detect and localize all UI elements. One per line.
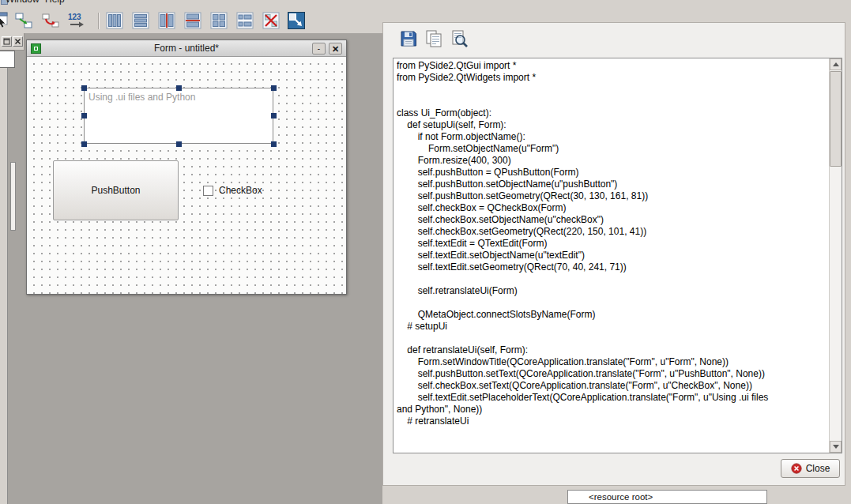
edit-tab-order-icon[interactable]: 123 [66,10,87,31]
checkbox-indicator[interactable] [203,186,213,196]
svg-text:123: 123 [68,13,81,21]
find-icon[interactable] [450,29,469,48]
lay-out-horizontally-in-splitter-icon[interactable] [156,10,177,31]
menu-window[interactable]: Window [6,0,40,5]
close-dialog-button[interactable]: Close [781,459,840,478]
widget-box-scrollbar[interactable] [10,162,16,231]
minimize-button[interactable]: - [312,43,326,55]
lay-out-vertically-icon[interactable] [130,10,151,31]
scroll-down-icon[interactable] [830,441,842,453]
break-layout-icon[interactable] [261,10,281,31]
edit-signals-slots-icon[interactable] [13,10,34,31]
lay-out-in-grid-icon[interactable] [209,10,229,31]
menubar: Window Help [0,0,851,7]
selection-handle-top-left[interactable] [81,85,87,91]
pushbutton-widget[interactable]: PushButton [53,160,179,220]
resource-browser-panel: <resource root> [567,490,767,504]
edit-widgets-icon[interactable] [0,10,11,31]
close-window-button[interactable]: ✕ [329,43,342,55]
form-window-titlebar[interactable]: Form - untitled* - ✕ [27,40,346,57]
edit-buddies-icon[interactable] [40,10,61,31]
textedit-placeholder: Using .ui files and Python [88,92,195,103]
scroll-up-icon[interactable] [830,58,842,70]
lay-out-vertically-in-splitter-icon[interactable] [183,10,203,31]
dock-float-icon[interactable] [2,36,12,47]
selection-handle-bottom-left[interactable] [81,141,87,147]
widget-box-dock-header [0,33,24,51]
selection-handle-top-center[interactable] [176,85,182,91]
checkbox-widget[interactable]: CheckBox [203,180,262,201]
selection-handle-mid-left[interactable] [81,113,87,118]
close-button-label: Close [806,463,830,474]
form-canvas[interactable]: Using .ui files and Python PushButton Ch… [27,57,346,294]
widget-box-dock-edge [0,33,8,504]
generated-python-code[interactable]: from PySide2.QtGui import * from PySide2… [397,60,826,451]
close-circle-icon [791,463,802,474]
selection-handle-mid-right[interactable] [271,113,277,118]
selection-handle-bottom-center[interactable] [176,141,182,147]
code-scrollbar[interactable] [829,58,842,453]
widget-filter-input[interactable] [0,51,15,68]
selection-handle-top-right[interactable] [271,85,277,91]
code-editor[interactable]: from PySide2.QtGui import * from PySide2… [393,58,842,453]
code-preview-dialog: from PySide2.QtGui import * from PySide2… [382,22,845,486]
adjust-size-icon[interactable] [286,10,307,31]
pushbutton-label: PushButton [91,185,140,196]
form-window-title: Form - untitled* [27,43,346,54]
toolbar-separator [98,13,100,29]
dock-close-icon[interactable] [13,36,23,47]
checkbox-label: CheckBox [219,185,262,196]
menu-help[interactable]: Help [45,0,65,5]
form-designer-window: Form - untitled* - ✕ Using .ui files and… [26,39,347,295]
copy-icon[interactable] [424,29,443,48]
lay-out-horizontally-icon[interactable] [104,10,125,31]
textedit-widget[interactable]: Using .ui files and Python [84,88,273,144]
scrollbar-thumb[interactable] [830,71,842,167]
selection-handle-bottom-right[interactable] [271,141,277,147]
save-icon[interactable] [399,29,418,48]
resource-root-item[interactable]: <resource root> [589,492,653,502]
lay-out-in-form-layout-icon[interactable] [235,10,255,31]
